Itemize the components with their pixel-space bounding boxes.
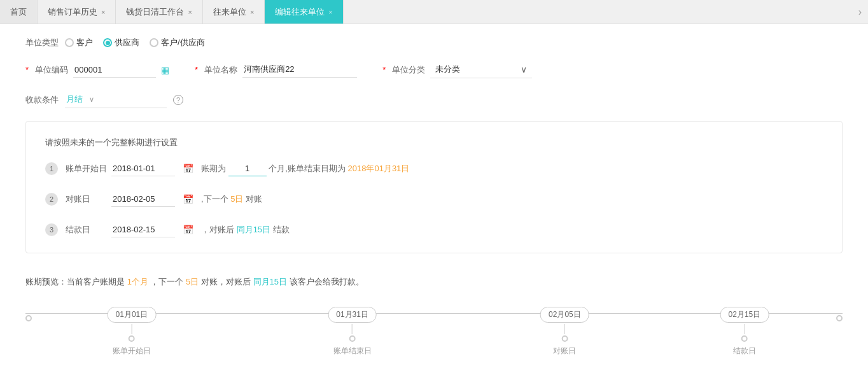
radio-label-supplier: 供应商 [115,37,139,48]
radio-customer[interactable]: 客户 [65,37,93,48]
close-icon[interactable]: × [328,8,332,16]
calendar-icon-1[interactable]: 📅 [183,164,193,174]
timeline-badge-3: 02月05日 [540,307,589,323]
radio-circle-supplier [103,38,112,47]
payment-condition-select[interactable]: 月结 ∨ [65,91,167,108]
period-row-3: 3 结款日 📅 ，对账后 同月15日 结款 [45,222,823,237]
timeline-badge-2: 01月31日 [328,307,377,323]
unit-code-label: 单位编码 [35,64,68,76]
timeline: 01月01日 账单开始日 01月31日 账单结束日 02月05日 对账日 [25,300,843,377]
tab-more-button[interactable]: › [852,0,868,24]
timeline-sublabel-4: 结款日 [733,346,756,356]
unit-code-group: * 单位编码 ▦ [25,62,169,78]
radio-label-both: 客户/供应商 [161,37,205,48]
period-label-1: 账单开始日 [66,163,104,174]
timeline-sublabel-3: 对账日 [553,346,576,356]
calendar-icon-2[interactable]: 📅 [183,194,193,204]
timeline-sublabel-1: 账单开始日 [113,346,151,356]
preview-day1-highlight: 5日 [186,277,199,286]
close-icon[interactable]: × [250,8,254,16]
unit-category-label: 单位分类 [392,64,425,76]
timeline-points: 01月01日 账单开始日 01月31日 账单结束日 02月05日 对账日 [25,307,843,358]
period-payment-day-highlight: 同月15日 [237,225,270,234]
timeline-badge-4: 02月15日 [720,307,769,323]
tab-sales-order-history[interactable]: 销售订单历史 × [38,0,116,24]
unit-type-row: 单位类型 客户 供应商 客户/供应商 [25,37,843,48]
unit-name-label: 单位名称 [204,64,237,76]
period-months-input[interactable] [228,161,267,176]
timeline-right-dot [836,315,843,321]
unit-category-select[interactable]: 未分类 ∨ [430,61,532,78]
period-row-2: 2 对账日 📅 ,下一个 5日 对账 [45,192,823,207]
tab-home[interactable]: 首页 [0,0,38,24]
period-start-date-input[interactable] [111,161,175,176]
chevron-down-icon: ∨ [521,64,527,74]
payment-condition-label: 收款条件 [25,94,59,106]
period-card-title: 请按照未来的一个完整帐期进行设置 [45,137,823,148]
radio-supplier[interactable]: 供应商 [103,37,139,48]
unit-type-radio-group: 客户 供应商 客户/供应商 [65,37,205,48]
period-payment-date-input[interactable] [111,222,175,237]
tab-bar: 首页 销售订单历史 × 钱货日清工作台 × 往来单位 × 编辑往来单位 × › [0,0,868,24]
radio-circle-both [150,38,158,47]
unit-name-input[interactable] [242,62,357,78]
timeline-point-3: 02月05日 对账日 [540,307,589,356]
preview-months-highlight: 1个月 [127,277,148,286]
period-card: 请按照未来的一个完整帐期进行设置 1 账单开始日 📅 账期为 个月,账单结束日期… [25,121,843,253]
radio-circle-customer [65,38,74,47]
timeline-badge-1: 01月01日 [108,307,157,323]
chevron-down-icon: ∨ [89,95,94,104]
timeline-point-4: 02月15日 结款日 [720,307,769,356]
unit-info-row: * 单位编码 ▦ * 单位名称 * 单位分类 未分类 ∨ [25,61,843,78]
period-end-date-highlight: 2018年01月31日 [348,164,410,173]
timeline-dot-3 [561,335,568,342]
tab-edit-counterpart[interactable]: 编辑往来单位 × [265,0,343,24]
help-icon[interactable]: ? [173,95,183,105]
unit-type-label: 单位类型 [25,37,59,48]
calendar-icon-3[interactable]: 📅 [183,225,193,235]
unit-category-value: 未分类 [435,64,460,75]
close-icon[interactable]: × [101,8,105,16]
radio-label-customer: 客户 [76,37,93,48]
close-icon[interactable]: × [188,8,192,16]
timeline-point-1: 01月01日 账单开始日 [108,307,157,356]
period-desc-2: ,下一个 5日 对账 [201,194,262,205]
period-label-2: 对账日 [66,194,104,205]
page-content: 单位类型 客户 供应商 客户/供应商 * 单位编码 ▦ * [0,24,868,387]
radio-both[interactable]: 客户/供应商 [150,37,205,48]
timeline-point-2: 01月31日 账单结束日 [328,307,377,356]
period-desc-1: 账期为 个月,账单结束日期为 2018年01月31日 [201,161,409,176]
period-row-num-3: 3 [45,223,58,236]
period-reconcile-day-highlight: 5日 [230,194,243,204]
period-reconcile-date-input[interactable] [111,192,175,207]
period-label-3: 结款日 [66,224,104,236]
timeline-dot-4 [741,335,748,342]
period-row-num-1: 1 [45,162,58,175]
payment-condition-value: 月结 [66,94,83,105]
unit-name-group: * 单位名称 [195,62,357,78]
timeline-sublabel-2: 账单结束日 [333,346,372,356]
period-row-1: 1 账单开始日 📅 账期为 个月,账单结束日期为 2018年01月31日 [45,161,823,176]
period-row-num-2: 2 [45,193,58,206]
unit-code-calendar-icon[interactable]: ▦ [161,65,169,75]
tab-counterpart[interactable]: 往来单位 × [203,0,265,24]
timeline-left-dot [25,315,32,321]
timeline-dot-1 [129,335,135,342]
tab-cash-ledger[interactable]: 钱货日清工作台 × [116,0,202,24]
preview-day2-highlight: 同月15日 [253,277,287,286]
timeline-dot-2 [349,335,356,342]
period-desc-3: ，对账后 同月15日 结款 [201,224,290,236]
unit-category-group: * 单位分类 未分类 ∨ [382,61,532,78]
payment-condition-row: 收款条件 月结 ∨ ? [25,91,843,108]
unit-code-input[interactable] [73,62,156,78]
preview-text: 账期预览：当前客户账期是 1个月 ，下一个 5日 对账，对账后 同月15日 该客… [25,266,843,300]
